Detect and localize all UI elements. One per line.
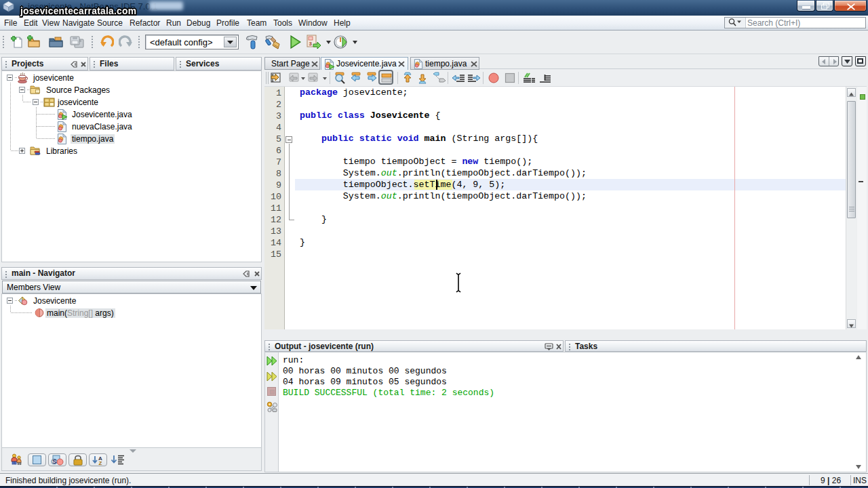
svg-text:Z: Z [99, 460, 102, 466]
svg-text:3: 3 [309, 41, 313, 47]
svg-text:S: S [52, 458, 56, 465]
